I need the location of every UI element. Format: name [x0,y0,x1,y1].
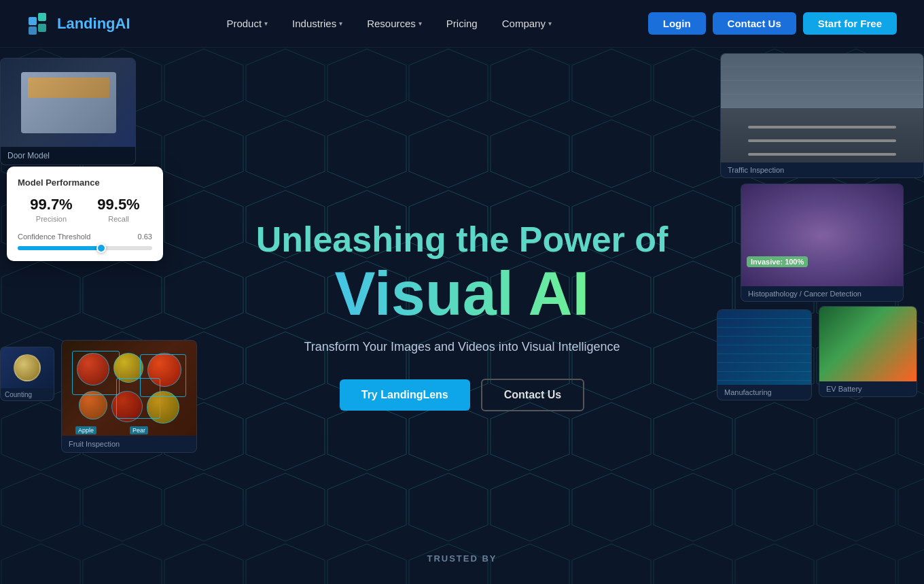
confidence-bar-fill [18,246,103,250]
chevron-down-icon: ▾ [548,20,552,27]
side-cards-left: Door Model Model Performance 99.7% Preci… [0,48,211,584]
card-ev-battery: EV Battery [819,306,917,397]
nav-contact-button[interactable]: Contact Us [713,12,796,35]
start-for-free-button[interactable]: Start for Free [803,12,897,35]
confidence-bar-thumb [96,243,106,253]
recall-label: Recall [97,215,139,223]
nav-item-industries[interactable]: Industries ▾ [281,12,353,35]
traffic-image [721,54,923,162]
login-button[interactable]: Login [648,12,706,35]
counting-image [1,347,54,388]
ev-label: EV Battery [819,381,917,396]
logo-text: LandingAI [57,15,130,33]
card-histopathology: Invasive: 100% Histopathology / Cancer D… [741,184,904,302]
hero-headline-line2: Visual AI [256,262,669,326]
hero-section: Door Model Model Performance 99.7% Preci… [0,48,924,584]
precision-metric: 99.7% Precision [30,196,72,223]
card-traffic-inspection: Traffic Inspection [720,53,924,178]
door-model-label: Door Model [1,147,135,165]
fruit-label: Fruit Inspection [62,436,196,452]
door-model-image [1,58,135,147]
nav-item-company[interactable]: Company ▾ [491,12,563,35]
hero-buttons: Try LandingLens Contact Us [256,379,669,411]
card-door-model: Door Model [0,58,136,165]
mfg-label: Manufacturing [717,385,811,400]
histo-label: Histopathology / Cancer Detection [741,286,903,301]
logo-link[interactable]: LandingAI [27,12,130,36]
nav-item-resources[interactable]: Resources ▾ [356,12,433,35]
fruit-image: Apple Pear [62,341,196,436]
hero-headline-line1: Unleashing the Power of [256,220,669,259]
svg-rect-1 [38,13,46,21]
side-cards-right: Traffic Inspection Invasive: 100% Histop… [707,48,924,584]
perf-metrics: 99.7% Precision 99.5% Recall [18,196,152,223]
svg-rect-0 [29,17,37,25]
traffic-label: Traffic Inspection [721,162,923,177]
card-counting: Counting [0,347,54,401]
histo-image: Invasive: 100% [741,184,903,286]
card-fruit-inspection: Apple Pear Fruit Inspection [61,340,197,453]
hero-subtitle: Transform Your Images and Videos into Vi… [256,340,669,354]
navbar: LandingAI Product ▾ Industries ▾ Resourc… [0,0,924,48]
confidence-label: Confidence Threshold [18,233,90,241]
landing-ai-logo-icon [27,12,52,36]
invasive-badge: Invasive: 100% [747,256,808,267]
svg-rect-3 [29,27,37,35]
mfg-image [717,310,811,385]
card-manufacturing: Manufacturing [717,309,812,400]
try-landinglens-button[interactable]: Try LandingLens [340,379,470,411]
trusted-by: TRUSTED BY [427,553,497,564]
perf-title: Model Performance [18,177,152,188]
svg-rect-2 [38,24,46,32]
nav-item-pricing[interactable]: Pricing [436,12,488,35]
confidence-bar[interactable] [18,246,152,250]
recall-metric: 99.5% Recall [97,196,139,223]
counting-label: Counting [1,388,54,401]
nav-actions: Login Contact Us Start for Free [648,12,897,35]
precision-value: 99.7% [30,196,72,213]
precision-label: Precision [30,215,72,223]
chevron-down-icon: ▾ [339,20,342,27]
confidence-value: 0.63 [138,233,152,241]
confidence-row: Confidence Threshold 0.63 [18,233,152,241]
nav-item-product[interactable]: Product ▾ [215,12,279,35]
ev-image [819,307,917,381]
chevron-down-icon: ▾ [264,20,268,27]
chevron-down-icon: ▾ [419,20,422,27]
card-model-performance: Model Performance 99.7% Precision 99.5% … [7,167,163,261]
hero-content: Unleashing the Power of Visual AI Transf… [256,220,669,411]
hero-contact-button[interactable]: Contact Us [481,379,584,411]
recall-value: 99.5% [97,196,139,213]
nav-links: Product ▾ Industries ▾ Resources ▾ Prici… [215,12,563,35]
